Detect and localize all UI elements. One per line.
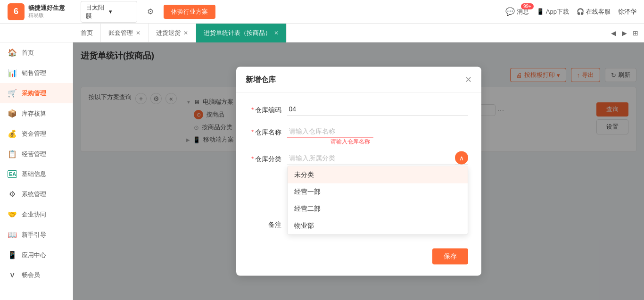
online-service-button[interactable]: 🎧 在线客服	[577, 8, 611, 16]
app-center-icon: 📱	[8, 250, 17, 259]
purchase-icon: 🛒	[8, 89, 17, 98]
sidebar-item-basic-info[interactable]: EA 基础信息	[0, 164, 73, 184]
sidebar-item-vip[interactable]: V 畅会员	[0, 265, 73, 285]
name-field-row: *仓库名称 请输入仓库名称	[249, 125, 468, 138]
tab-purchase-return[interactable]: 进货退货 ✕	[149, 24, 196, 42]
top-header: 6 畅捷通好生意 精易版 日太阳膜 ▾ ⚙ 体验行业方案 💬 消息 99+ 📱 …	[0, 0, 644, 24]
code-field-row: *仓库编码	[249, 102, 468, 116]
sidebar-item-system[interactable]: ⚙ 系统管理	[0, 184, 73, 204]
tab-account[interactable]: 账套管理 ✕	[101, 24, 149, 42]
category-dropdown-toggle[interactable]: ∧	[455, 151, 468, 165]
sidebar-item-cooperation[interactable]: 🤝 企业协同	[0, 204, 73, 225]
experience-button[interactable]: 体验行业方案	[164, 5, 215, 19]
sidebar-item-guide[interactable]: 📖 新手引导	[0, 225, 73, 245]
name-label: *仓库名称	[249, 125, 287, 137]
store-selector[interactable]: 日太阳膜 ▾	[81, 1, 137, 23]
tab-controls: ◀ ▶ ⊞	[610, 28, 644, 38]
logo-area: 6 畅捷通好生意 精易版	[8, 3, 81, 20]
add-warehouse-dialog: 新增仓库 ✕ *仓库编码 *仓库名称	[236, 67, 481, 276]
basic-info-icon: EA	[8, 170, 17, 178]
user-menu[interactable]: 徐泽华	[618, 8, 636, 16]
tab-purchase-stats[interactable]: 进货单统计表（按商品） ✕	[196, 24, 287, 42]
app-subtitle: 精易版	[28, 12, 65, 19]
content-area: 进货单统计(按商品) 🖨 按模板打印 ▾ ↑ 导出 ↻ 刷新 按以下方案查询 +	[73, 42, 644, 300]
main-area: 🏠 首页 📊 销售管理 🛒 采购管理 📦 库存核算 💰 资金管理 📋 经营管理 …	[0, 42, 644, 300]
cooperation-icon: 🤝	[8, 210, 17, 219]
sidebar: 🏠 首页 📊 销售管理 🛒 采购管理 📦 库存核算 💰 资金管理 📋 经营管理 …	[0, 42, 73, 300]
chevron-down-icon: ▾	[109, 8, 132, 15]
dropdown-item-unclassified[interactable]: 未分类	[288, 167, 468, 183]
notification-badge: 99+	[521, 3, 534, 9]
tab-scroll-left[interactable]: ◀	[610, 28, 617, 38]
sidebar-item-operations[interactable]: 📋 经营管理	[0, 144, 73, 164]
dropdown-item-dept2[interactable]: 经营二部	[288, 200, 468, 217]
category-dropdown: 未分类 经营一部 经营二部 物业部	[287, 166, 468, 235]
tab-expand-icon[interactable]: ⊞	[632, 28, 639, 38]
home-icon: 🏠	[8, 48, 17, 57]
code-label: *仓库编码	[249, 102, 287, 115]
tab-scroll-right[interactable]: ▶	[621, 28, 628, 38]
dropdown-item-dept1[interactable]: 经营一部	[288, 183, 468, 200]
app-download-button[interactable]: 📱 App下载	[537, 8, 569, 16]
notification-button[interactable]: 💬 消息 99+	[505, 7, 529, 16]
tab-close-purchase-return[interactable]: ✕	[183, 30, 188, 36]
app-logo-icon: 6	[8, 3, 25, 20]
dialog-footer: 保存	[236, 249, 481, 265]
sidebar-item-inventory[interactable]: 📦 库存核算	[0, 103, 73, 124]
top-right-area: 💬 消息 99+ 📱 App下载 🎧 在线客服 徐泽华	[505, 7, 636, 16]
code-input[interactable]	[287, 102, 468, 116]
category-label: *仓库分类	[249, 151, 287, 164]
dialog-body: *仓库编码 *仓库名称 请输入仓库名称	[236, 93, 481, 249]
dialog-close-button[interactable]: ✕	[465, 75, 472, 85]
tab-close-account[interactable]: ✕	[136, 30, 140, 36]
system-icon: ⚙	[8, 190, 17, 199]
sidebar-item-finance[interactable]: 💰 资金管理	[0, 124, 73, 144]
save-button[interactable]: 保存	[432, 249, 468, 265]
name-input[interactable]	[287, 125, 373, 138]
sidebar-item-purchase[interactable]: 🛒 采购管理	[0, 83, 73, 103]
dialog-header: 新增仓库 ✕	[236, 67, 481, 93]
dialog-title: 新增仓库	[246, 75, 276, 84]
guide-icon: 📖	[8, 230, 17, 239]
app-title: 畅捷通好生意	[28, 4, 65, 12]
inventory-icon: 📦	[8, 109, 17, 118]
category-input[interactable]	[287, 151, 455, 165]
category-field: ∧ 未分类 经营一部 经营二部 物业部	[287, 151, 468, 165]
phone-icon: 📱	[537, 8, 544, 15]
finance-icon: 💰	[8, 129, 17, 138]
sidebar-item-home[interactable]: 🏠 首页	[0, 42, 73, 63]
gear-button[interactable]: ⚙	[143, 4, 158, 19]
note-label: 备注	[249, 217, 287, 229]
sidebar-item-sales[interactable]: 📊 销售管理	[0, 63, 73, 83]
message-icon: 💬	[505, 7, 515, 16]
tab-home[interactable]: 首页	[73, 24, 101, 42]
name-error-message: 请输入仓库名称	[330, 138, 370, 146]
category-field-row: *仓库分类 ∧ 未分类 经营一部 经营二部 物业部	[249, 151, 468, 165]
top-nav: 日太阳膜 ▾ ⚙ 体验行业方案	[81, 1, 505, 23]
tab-bar: 首页 账套管理 ✕ 进货退货 ✕ 进货单统计表（按商品） ✕ ◀ ▶ ⊞	[0, 24, 644, 42]
dropdown-item-dept3[interactable]: 物业部	[288, 217, 468, 234]
operations-icon: 📋	[8, 150, 17, 158]
sales-icon: 📊	[8, 68, 17, 77]
headset-icon: 🎧	[577, 8, 584, 15]
vip-icon: V	[8, 272, 17, 279]
tab-close-purchase-stats[interactable]: ✕	[274, 30, 279, 36]
sidebar-item-app-center[interactable]: 📱 应用中心	[0, 245, 73, 265]
